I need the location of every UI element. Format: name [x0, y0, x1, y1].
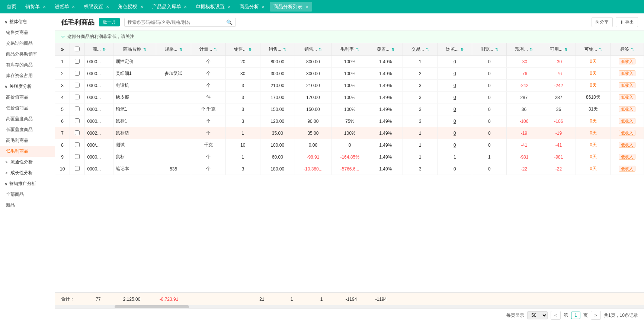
nav-purchase[interactable]: 进货单 ✕ — [51, 2, 79, 12]
sidebar-group-marketing[interactable]: ∨ 营销推广分析 — [0, 178, 55, 189]
nav-product-entry[interactable]: 产品品入库单 ✕ — [148, 2, 191, 12]
export-button[interactable]: ⬇ 导出 — [616, 17, 638, 27]
td-name[interactable]: 属性定价 — [113, 56, 156, 68]
row-checkbox[interactable] — [75, 166, 80, 171]
sidebar-item-category-rate[interactable]: 商品分类助销率 — [0, 49, 55, 60]
scrollbar-thumb[interactable] — [115, 305, 189, 308]
sidebar-item-low-coverage[interactable]: 低覆盖度商品 — [0, 124, 55, 135]
nav-sales-close[interactable]: ✕ — [43, 5, 46, 9]
td-name[interactable]: 笔记本 — [113, 163, 156, 175]
nav-purchase-close[interactable]: ✕ — [72, 5, 75, 9]
sidebar-group-growth[interactable]: ＞ 成长性分析 — [0, 168, 55, 178]
next-page-btn[interactable]: ＞ — [591, 311, 601, 320]
sidebar-item-low-margin[interactable]: 低毛利商品 — [0, 146, 55, 157]
share-button[interactable]: ⎘ 分享 — [592, 17, 613, 27]
td-browse1[interactable]: 0 — [438, 163, 472, 175]
row-checkbox[interactable] — [75, 130, 80, 135]
nav-product-analysis-list-close[interactable]: ✕ — [305, 5, 308, 9]
th-settings[interactable]: ⚙ — [55, 43, 70, 56]
nav-roles-close[interactable]: ✕ — [140, 5, 143, 9]
td-name[interactable]: 电话机 — [113, 80, 156, 92]
nav-product-entry-close[interactable]: ✕ — [184, 5, 187, 9]
th-gross-margin[interactable]: 毛利率 ⇅ — [331, 43, 368, 56]
th-code[interactable]: 商... ⇅ — [85, 43, 113, 56]
td-name[interactable]: 鼠标垫 — [113, 127, 156, 139]
row-checkbox[interactable] — [75, 154, 80, 159]
td-browse1[interactable]: 0 — [438, 139, 472, 151]
th-sales-qty[interactable]: 销售... ⇅ — [225, 43, 260, 56]
row-checkbox[interactable] — [75, 95, 80, 99]
th-tag[interactable]: 标签 ⇅ — [611, 43, 644, 56]
nav-product-analysis-list[interactable]: 商品分析列表 ✕ — [270, 2, 312, 12]
td-browse1[interactable]: 0 — [438, 127, 472, 139]
nav-product-analysis-close[interactable]: ✕ — [262, 5, 265, 9]
sidebar-item-inventory-goods[interactable]: 有库存的商品 — [0, 60, 55, 70]
th-browse1[interactable]: 浏览... ⇅ — [438, 43, 472, 56]
td-name[interactable]: 吴细细1 — [113, 68, 156, 80]
select-all-checkbox[interactable] — [75, 47, 80, 51]
td-browse1[interactable]: 0 — [438, 80, 472, 92]
search-icon[interactable]: 🔍 — [226, 19, 233, 25]
td-name[interactable]: 鼠标 — [113, 151, 156, 163]
th-browse2[interactable]: 浏览... ⇅ — [472, 43, 507, 56]
th-current-stock[interactable]: 现有... ⇅ — [507, 43, 541, 56]
row-checkbox[interactable] — [75, 118, 80, 123]
td-browse1[interactable]: 1 — [438, 151, 472, 163]
td-checkbox[interactable] — [70, 163, 85, 175]
nav-template[interactable]: 单据模板设置 ✕ — [192, 2, 234, 12]
row-checkbox[interactable] — [75, 71, 80, 76]
td-browse1[interactable]: 0 — [438, 103, 472, 115]
sidebar-item-high-coverage[interactable]: 高覆盖度商品 — [0, 114, 55, 124]
td-checkbox[interactable] — [70, 80, 85, 92]
td-browse1[interactable]: 0 — [438, 92, 472, 103]
td-checkbox[interactable] — [70, 151, 85, 163]
td-checkbox[interactable] — [70, 139, 85, 151]
th-name[interactable]: 商品名称 ⇅ — [113, 43, 156, 56]
th-sales-price[interactable]: 销售... ⇅ — [260, 43, 295, 56]
nav-home[interactable]: 首页 — [3, 2, 20, 12]
nav-permissions-close[interactable]: ✕ — [106, 5, 109, 9]
td-checkbox[interactable] — [70, 127, 85, 139]
th-unit[interactable]: 计量... ⇅ — [191, 43, 225, 56]
th-transaction[interactable]: 交易... ⇅ — [403, 43, 438, 56]
horizontal-scrollbar[interactable] — [55, 305, 644, 308]
sidebar-item-capital[interactable]: 库存资金占用 — [0, 70, 55, 81]
th-coverage[interactable]: 覆盖... ⇅ — [368, 43, 403, 56]
nav-sales[interactable]: 销货单 ✕ — [22, 2, 49, 12]
th-checkbox[interactable] — [70, 43, 85, 56]
sidebar-item-low-value[interactable]: 低价值商品 — [0, 103, 55, 114]
prev-page-btn[interactable]: ＜ — [551, 311, 561, 320]
th-spec[interactable]: 规格... ⇅ — [156, 43, 191, 56]
sidebar-item-new-goods[interactable]: 新品 — [0, 200, 55, 211]
row-checkbox[interactable] — [75, 59, 80, 64]
td-name[interactable]: 鼠标1 — [113, 115, 156, 127]
td-browse1[interactable]: 0 — [438, 68, 472, 80]
td-checkbox[interactable] — [70, 115, 85, 127]
nav-product-analysis[interactable]: 商品分析 ✕ — [236, 2, 269, 12]
row-checkbox[interactable] — [75, 142, 80, 147]
sidebar-item-all-goods[interactable]: 全部商品 — [0, 189, 55, 200]
nav-permissions[interactable]: 权限设置 ✕ — [80, 2, 113, 12]
td-browse1[interactable]: 0 — [438, 56, 472, 68]
sidebar-group-relevance[interactable]: ∨ 关联度分析 — [0, 81, 55, 92]
sidebar-item-traded-goods[interactable]: 交易过的商品 — [0, 38, 55, 49]
sidebar-item-high-value[interactable]: 高价值商品 — [0, 92, 55, 103]
th-available[interactable]: 可用... ⇅ — [541, 43, 576, 56]
td-name[interactable]: 橡皮擦 — [113, 92, 156, 103]
td-checkbox[interactable] — [70, 68, 85, 80]
nav-roles[interactable]: 角色授权 ✕ — [114, 2, 147, 12]
table-container[interactable]: ⚙ 商... ⇅ 商品名称 ⇅ 规格... ⇅ 计量... ⇅ 销售... ⇅ … — [55, 43, 644, 292]
td-browse1[interactable]: 0 — [438, 115, 472, 127]
nav-template-close[interactable]: ✕ — [228, 5, 231, 9]
td-checkbox[interactable] — [70, 92, 85, 103]
sidebar-item-sales-goods[interactable]: 销售类商品 — [0, 27, 55, 38]
sidebar-group-circulation[interactable]: ＞ 流通性分析 — [0, 157, 55, 168]
td-name[interactable]: 铅笔1 — [113, 103, 156, 115]
th-sales-amount[interactable]: 销售... ⇅ — [295, 43, 331, 56]
td-checkbox[interactable] — [70, 56, 85, 68]
th-sellable[interactable]: 可销... ⇅ — [576, 43, 611, 56]
td-checkbox[interactable] — [70, 103, 85, 115]
row-checkbox[interactable] — [75, 106, 80, 111]
row-checkbox[interactable] — [75, 83, 80, 87]
td-name[interactable]: 测试 — [113, 139, 156, 151]
